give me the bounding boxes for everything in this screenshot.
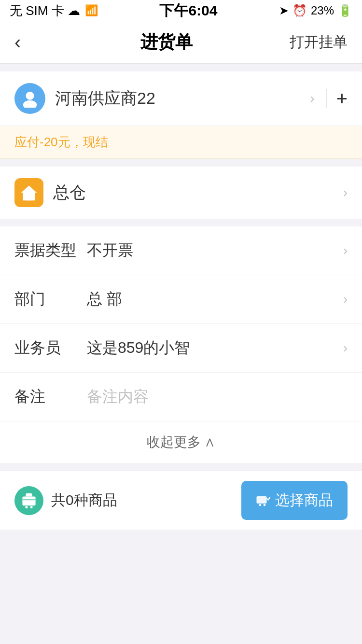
invoice-type-row[interactable]: 票据类型 不开票 › — [0, 226, 362, 275]
notice-bar: 应付-20元，现结 — [0, 126, 362, 159]
open-pending-button[interactable]: 打开挂单 — [290, 32, 348, 52]
invoice-type-label: 票据类型 — [14, 240, 82, 261]
department-label: 部门 — [14, 289, 82, 310]
gap-2 — [0, 159, 362, 167]
page-title: 进货单 — [140, 30, 193, 54]
form-section: 票据类型 不开票 › 部门 总 部 › 业务员 这是859的小智 › 备注 备注… — [0, 226, 362, 421]
remark-label: 备注 — [14, 386, 82, 407]
product-count-icon — [14, 486, 43, 515]
sim-label: 无 SIM 卡 ☁ — [10, 2, 80, 19]
svg-point-9 — [259, 504, 262, 506]
salesperson-label: 业务员 — [14, 337, 82, 359]
remark-row[interactable]: 备注 备注内容 — [0, 373, 362, 421]
supplier-row[interactable]: 河南供应商22 › + — [0, 71, 362, 126]
svg-rect-8 — [257, 496, 267, 504]
add-supplier-button[interactable]: + — [326, 89, 348, 108]
bottom-bar: 共0种商品 选择商品 — [0, 471, 362, 530]
svg-rect-3 — [27, 195, 32, 200]
back-button[interactable]: ‹ — [14, 31, 43, 53]
svg-point-1 — [23, 100, 37, 108]
supplier-name: 河南供应商22 — [55, 87, 310, 110]
cart-icon — [21, 492, 37, 509]
battery-label: 23% — [311, 4, 334, 17]
warehouse-icon — [14, 178, 43, 207]
warehouse-chevron-icon: › — [343, 185, 348, 200]
supplier-section: 河南供应商22 › + 应付-20元，现结 — [0, 71, 362, 159]
department-row[interactable]: 部门 总 部 › — [0, 275, 362, 324]
warehouse-section: 总仓 › — [0, 167, 362, 219]
gap-3 — [0, 219, 362, 226]
svg-point-0 — [26, 92, 34, 100]
battery-icon: 🔋 — [338, 4, 352, 17]
warehouse-name: 总仓 — [53, 182, 343, 204]
product-count-text: 共0种商品 — [51, 490, 241, 510]
status-right: ➤ ⏰ 23% 🔋 — [279, 4, 352, 17]
invoice-type-value: 不开票 — [82, 240, 343, 261]
department-value: 总 部 — [82, 289, 343, 310]
alarm-icon: ⏰ — [292, 4, 307, 17]
collapse-row[interactable]: 收起更多 ∧ — [0, 421, 362, 463]
salesperson-row[interactable]: 业务员 这是859的小智 › — [0, 324, 362, 373]
gap-1 — [0, 64, 362, 71]
svg-point-5 — [25, 506, 28, 508]
status-time: 下午6:04 — [159, 1, 217, 21]
warehouse-row[interactable]: 总仓 › — [0, 167, 362, 219]
remark-input[interactable]: 备注内容 — [82, 386, 348, 407]
department-chevron-icon: › — [343, 292, 348, 307]
nav-bar: ‹ 进货单 打开挂单 — [0, 21, 362, 64]
rest-background — [0, 530, 362, 644]
select-cart-icon — [256, 493, 270, 508]
svg-rect-4 — [22, 496, 35, 505]
supplier-avatar — [14, 83, 45, 114]
supplier-chevron-icon: › — [310, 91, 314, 106]
wifi-icon: 📶 — [85, 4, 98, 17]
salesperson-value: 这是859的小智 — [82, 337, 343, 359]
collapse-label[interactable]: 收起更多 ∧ — [147, 433, 216, 451]
invoice-type-chevron-icon: › — [343, 243, 348, 258]
status-left: 无 SIM 卡 ☁ 📶 — [10, 2, 98, 19]
gap-4 — [0, 463, 362, 471]
select-product-button[interactable]: 选择商品 — [241, 481, 348, 520]
select-product-label: 选择商品 — [275, 490, 333, 510]
location-icon: ➤ — [279, 4, 289, 17]
salesperson-chevron-icon: › — [343, 340, 348, 356]
person-icon — [21, 89, 39, 108]
svg-point-6 — [30, 506, 33, 508]
notice-text: 应付-20元，现结 — [14, 135, 108, 149]
home-icon — [20, 184, 38, 201]
status-bar: 无 SIM 卡 ☁ 📶 下午6:04 ➤ ⏰ 23% 🔋 — [0, 0, 362, 21]
svg-point-10 — [264, 504, 266, 506]
